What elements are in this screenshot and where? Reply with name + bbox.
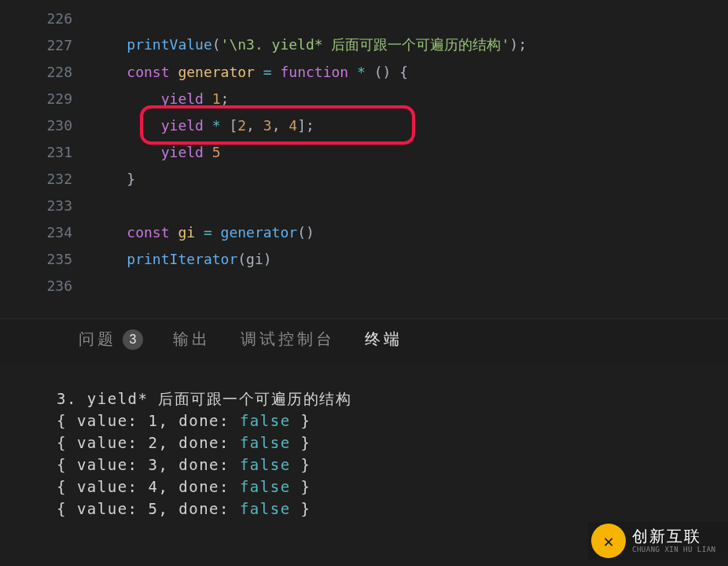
line-content — [93, 277, 127, 294]
line-content — [93, 197, 127, 214]
logo-mark-icon: ✕ — [591, 524, 626, 558]
code-line[interactable]: 233 — [0, 192, 728, 219]
line-number: 232 — [0, 171, 93, 187]
line-number: 228 — [0, 64, 93, 80]
code-line[interactable]: 232 } — [0, 165, 728, 192]
code-line[interactable]: 230 yield * [2, 3, 4]; — [0, 112, 728, 138]
line-content: yield 5 — [93, 144, 221, 160]
line-number: 227 — [0, 37, 93, 53]
line-content — [93, 10, 127, 27]
line-content: yield 1; — [93, 90, 229, 107]
terminal-output[interactable]: 3. yield* 后面可跟一个可遍历的结构{ value: 1, done: … — [0, 364, 728, 520]
tab-output[interactable]: 输出 — [173, 329, 211, 350]
logo-text-en: CHUANG XIN HU LIAN — [632, 546, 716, 553]
line-content: const generator = function * () { — [93, 64, 408, 80]
panel-tabs: 问题 3 输出 调试控制台 终端 — [0, 318, 728, 364]
line-content: printValue('\n3. yield* 后面可跟一个可遍历的结构'); — [93, 35, 527, 54]
problems-badge: 3 — [123, 329, 143, 350]
line-number: 229 — [0, 90, 93, 107]
code-line[interactable]: 229 yield 1; — [0, 85, 728, 112]
tab-debug-console[interactable]: 调试控制台 — [241, 329, 335, 350]
line-content: yield * [2, 3, 4]; — [93, 117, 314, 134]
line-content: printIterator(gi) — [93, 251, 272, 267]
line-number: 231 — [0, 144, 93, 160]
terminal-line: { value: 5, done: false } — [57, 498, 728, 520]
code-line[interactable]: 235 printIterator(gi) — [0, 245, 728, 272]
tab-problems-label: 问题 — [79, 329, 116, 350]
terminal-line: { value: 1, done: false } — [57, 410, 728, 432]
watermark-logo: ✕ 创新互联 CHUANG XIN HU LIAN — [588, 522, 728, 560]
line-content: } — [93, 171, 135, 187]
code-line[interactable]: 231 yield 5 — [0, 138, 728, 165]
line-number: 233 — [0, 197, 93, 214]
code-line[interactable]: 234 const gi = generator() — [0, 219, 728, 245]
terminal-line: { value: 4, done: false } — [57, 476, 728, 498]
code-line[interactable]: 228 const generator = function * () { — [0, 58, 728, 85]
line-content: const gi = generator() — [93, 224, 314, 241]
code-line[interactable]: 236 — [0, 272, 728, 299]
line-number: 234 — [0, 224, 93, 241]
code-line[interactable]: 226 — [0, 5, 728, 31]
terminal-line: { value: 2, done: false } — [57, 432, 728, 454]
code-editor[interactable]: 226 227 printValue('\n3. yield* 后面可跟一个可遍… — [0, 0, 728, 318]
terminal-line: 3. yield* 后面可跟一个可遍历的结构 — [57, 388, 728, 410]
logo-text-cn: 创新互联 — [632, 528, 716, 544]
line-number: 235 — [0, 251, 93, 267]
tab-terminal[interactable]: 终端 — [365, 329, 403, 350]
code-line[interactable]: 227 printValue('\n3. yield* 后面可跟一个可遍历的结构… — [0, 31, 728, 58]
tab-problems[interactable]: 问题 3 — [79, 329, 143, 350]
line-number: 226 — [0, 10, 93, 27]
line-number: 230 — [0, 117, 93, 134]
line-number: 236 — [0, 277, 93, 294]
terminal-line: { value: 3, done: false } — [57, 454, 728, 476]
